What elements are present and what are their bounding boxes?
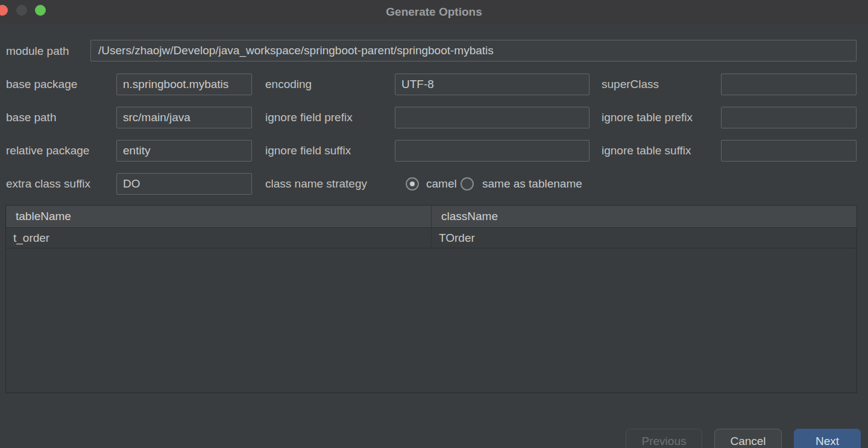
cell-tablename[interactable]: t_order bbox=[6, 228, 432, 248]
radio-camel-label[interactable]: camel bbox=[426, 173, 457, 195]
generate-options-dialog: Generate Options module path base packag… bbox=[0, 0, 868, 448]
base-package-label: base package bbox=[6, 74, 77, 95]
ignore-table-suffix-input[interactable] bbox=[721, 140, 857, 162]
cell-classname[interactable]: TOrder bbox=[432, 228, 857, 248]
radio-same-as-tablename[interactable] bbox=[461, 177, 474, 191]
extra-class-suffix-label: extra class suffix bbox=[6, 173, 90, 195]
column-header-classname[interactable]: className bbox=[432, 206, 857, 227]
column-header-tablename[interactable]: tableName bbox=[6, 206, 432, 227]
module-path-input[interactable] bbox=[90, 40, 857, 62]
module-path-label: module path bbox=[6, 40, 69, 62]
superclass-label: superClass bbox=[602, 74, 659, 95]
ignore-table-prefix-label: ignore table prefix bbox=[602, 107, 693, 128]
encoding-label: encoding bbox=[265, 74, 312, 95]
window-title: Generate Options bbox=[0, 0, 868, 24]
table-row[interactable]: t_order TOrder bbox=[6, 228, 857, 248]
dialog-footer: Previous Cancel Next bbox=[626, 429, 861, 448]
next-button[interactable]: Next bbox=[794, 429, 861, 448]
table-mapping: tableName className t_order TOrder bbox=[5, 205, 857, 393]
encoding-input[interactable] bbox=[395, 74, 590, 95]
radio-same-as-tablename-label[interactable]: same as tablename bbox=[482, 173, 582, 195]
ignore-field-prefix-input[interactable] bbox=[395, 107, 590, 128]
table-header-row: tableName className bbox=[6, 206, 857, 228]
previous-button[interactable]: Previous bbox=[626, 429, 702, 448]
relative-package-label: relative package bbox=[6, 140, 89, 162]
title-bar: Generate Options bbox=[0, 0, 868, 24]
relative-package-input[interactable] bbox=[116, 140, 252, 162]
class-name-strategy-label: class name strategy bbox=[265, 173, 367, 195]
base-path-input[interactable] bbox=[116, 107, 252, 128]
ignore-field-suffix-input[interactable] bbox=[395, 140, 590, 162]
ignore-table-prefix-input[interactable] bbox=[721, 107, 857, 128]
cancel-button[interactable]: Cancel bbox=[714, 429, 782, 448]
extra-class-suffix-input[interactable] bbox=[116, 173, 252, 195]
superclass-input[interactable] bbox=[721, 74, 857, 95]
radio-camel[interactable] bbox=[406, 177, 419, 191]
ignore-field-suffix-label: ignore field suffix bbox=[265, 140, 351, 162]
ignore-field-prefix-label: ignore field prefix bbox=[265, 107, 353, 128]
base-package-input[interactable] bbox=[116, 74, 252, 95]
base-path-label: base path bbox=[6, 107, 56, 128]
ignore-table-suffix-label: ignore table suffix bbox=[602, 140, 691, 162]
